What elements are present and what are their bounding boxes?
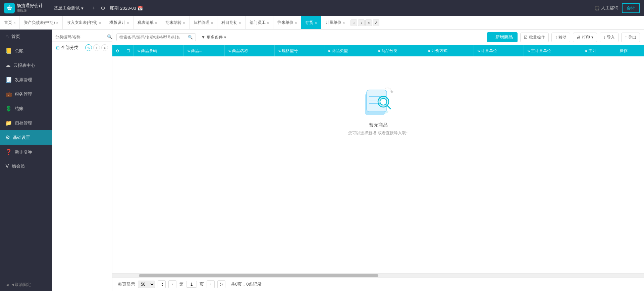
filter-more-btn[interactable]: ▼ 更多条件 ▾ [199, 33, 229, 42]
th-barcode[interactable]: ⇅ 商品条码 [134, 45, 184, 56]
th-main-unit[interactable]: ⇅ 主计量单位 [524, 45, 581, 56]
tab-unit[interactable]: 计量单位 × [321, 16, 349, 29]
guide-icon: ❓ [5, 149, 12, 155]
account-button[interactable]: 会计 [622, 3, 640, 13]
sidebar-item-tax[interactable]: 💼 税务管理 [0, 87, 52, 101]
tab-period-close[interactable]: 期末结转 × [161, 16, 189, 29]
th-code[interactable]: ⇅ 商品... [183, 45, 225, 56]
svg-point-7 [380, 98, 387, 105]
tab-close-icon[interactable]: × [315, 21, 317, 25]
th-price-method[interactable]: ⇅ 计价方式 [424, 45, 474, 56]
sidebar-label: 基础设置 [13, 135, 30, 141]
scrollbar-thumb[interactable] [139, 274, 378, 277]
sidebar-item-basic-settings[interactable]: ⚙ 基础设置 [0, 130, 52, 145]
tab-close-icon[interactable]: × [99, 21, 101, 25]
sidebar-collapse-btn[interactable]: ◄ ◄取消固定 [0, 279, 52, 291]
print-btn[interactable]: 🖨 打印 ▾ [573, 33, 597, 42]
category-all-item[interactable]: ⊞ 全部分类 ✎ + « [52, 42, 112, 54]
pagination: 每页显示 50 10 20 100 ⟨⟨ ‹ 第 页 › ⟩⟩ 共0页，0条记录 [112, 277, 644, 291]
tab-close-icon[interactable]: × [295, 21, 297, 25]
sidebar-item-vip[interactable]: V 畅会员 [0, 159, 52, 173]
sidebar-label: 首页 [11, 34, 20, 40]
tab-label: 归档管理 [194, 20, 210, 26]
ledger-icon: 📒 [5, 48, 12, 54]
add-product-btn[interactable]: + 新增商品 [487, 32, 518, 42]
th-settings[interactable]: ⚙ [112, 45, 123, 56]
table-scrollbar[interactable] [112, 273, 644, 277]
sidebar-item-ledger[interactable]: 📒 总账 [0, 44, 52, 58]
move-icon: ↕ [555, 35, 557, 40]
tab-expand-icon[interactable]: ⤢ [373, 19, 379, 26]
service-button[interactable]: 🎧 人工咨询 [594, 5, 619, 11]
tab-label: 部门员工 [250, 20, 266, 26]
batch-operate-btn[interactable]: ☑ 批量操作 [520, 33, 549, 42]
cloud-icon: ☁ [5, 62, 11, 68]
tab-close-all-icon[interactable]: × [365, 19, 372, 26]
tab-income-report[interactable]: 收入支出表(年报) × [63, 16, 105, 29]
import-btn[interactable]: ↓ 导入 [600, 33, 619, 42]
category-search-icon[interactable]: 🔍 [107, 34, 112, 39]
total-info: 共0页，0条记录 [231, 281, 262, 287]
tab-close-icon[interactable]: × [183, 21, 185, 25]
page-next-btn[interactable]: › [207, 280, 215, 288]
th-unit[interactable]: ⇅ 计量单位 [474, 45, 524, 56]
tab-partners[interactable]: 往来单位 × [273, 16, 301, 29]
sidebar-item-invoice[interactable]: 🧾 发票管理 [0, 72, 52, 87]
edit-category-icon[interactable]: ✎ [85, 44, 92, 51]
sidebar-item-guide[interactable]: ❓ 新手引导 [0, 145, 52, 159]
th-spec[interactable]: ⇅ 规格型号 [274, 45, 324, 56]
sidebar-item-cloud-report[interactable]: ☁ 云报表中心 [0, 58, 52, 72]
tab-close-icon[interactable]: × [343, 21, 345, 25]
tab-close-icon[interactable]: × [56, 21, 58, 25]
tab-next-icon[interactable]: › [358, 19, 365, 26]
page-last-btn[interactable]: ⟩⟩ [217, 280, 225, 288]
collapse-panel-icon[interactable]: « [101, 44, 108, 51]
empty-title: 暂无商品 [369, 122, 388, 128]
th-category[interactable]: ⇅ 商品分类 [374, 45, 424, 56]
settings-icon[interactable]: ⚙ [99, 4, 107, 13]
product-search-bar[interactable]: 🔍 [116, 33, 196, 41]
export-btn[interactable]: ↑ 导出 [621, 33, 640, 42]
th-name[interactable]: ⇅ 商品名称 [225, 45, 275, 56]
tab-close-icon[interactable]: × [267, 21, 269, 25]
calendar-icon[interactable]: 📅 [138, 6, 143, 11]
th-checkbox[interactable]: ☐ [123, 45, 134, 56]
tab-close-icon[interactable]: × [239, 21, 241, 25]
sidebar-item-close-period[interactable]: 💲 结账 [0, 101, 52, 116]
tab-homepage[interactable]: 首页 × [0, 16, 20, 29]
product-search-input[interactable] [119, 35, 186, 40]
page-prev-btn[interactable]: ‹ [168, 280, 176, 288]
page-first-btn[interactable]: ⟨⟨ [158, 280, 166, 288]
app-name: 畅捷通好会计 [17, 3, 43, 8]
th-type[interactable]: ⇅ 商品类型 [324, 45, 374, 56]
sidebar-item-archive[interactable]: 📁 归档管理 [0, 116, 52, 130]
company-selector[interactable]: 基层工会测试 ▾ [51, 4, 86, 12]
th-main-calc[interactable]: ⇅ 主计 [581, 45, 616, 56]
tab-department[interactable]: 部门员工 × [246, 16, 273, 29]
add-tab-icon[interactable]: + [91, 4, 97, 12]
category-search-box: 🔍 [52, 32, 112, 42]
page-number-input[interactable] [186, 281, 197, 288]
tab-archive[interactable]: 归档管理 × [190, 16, 217, 29]
dropdown-arrow-icon: ▾ [81, 6, 84, 11]
category-search-input[interactable] [55, 35, 106, 39]
table-toolbar: 🔍 ▼ 更多条件 ▾ + 新增商品 ☑ 批量操作 ↕ 移动 [112, 30, 644, 45]
tab-label: 首页 [4, 20, 12, 26]
tab-close-icon[interactable]: × [155, 21, 157, 25]
tab-close-icon[interactable]: × [13, 21, 15, 25]
tab-label: 模版设计 [109, 20, 125, 26]
move-btn[interactable]: ↕ 移动 [551, 33, 570, 42]
tab-inventory[interactable]: 存货 × [301, 16, 321, 29]
tab-close-icon[interactable]: × [127, 21, 129, 25]
tab-balance-sheet[interactable]: 资产负债表(中期) × [20, 16, 62, 29]
tab-prev-icon[interactable]: ‹ [351, 19, 357, 26]
tab-label: 税表清单 [138, 20, 154, 26]
add-category-icon[interactable]: + [93, 44, 100, 51]
tab-tax-list[interactable]: 税表清单 × [133, 16, 161, 29]
tab-template[interactable]: 模版设计 × [105, 16, 133, 29]
page-content: 🔍 ⊞ 全部分类 ✎ + « 🔍 ▼ [52, 30, 644, 291]
sidebar-item-home[interactable]: ⌂ 首页 [0, 30, 52, 44]
tab-close-icon[interactable]: × [211, 21, 213, 25]
page-size-select[interactable]: 50 10 20 100 [138, 281, 155, 288]
tab-subject-init[interactable]: 科目期初 × [217, 16, 245, 29]
